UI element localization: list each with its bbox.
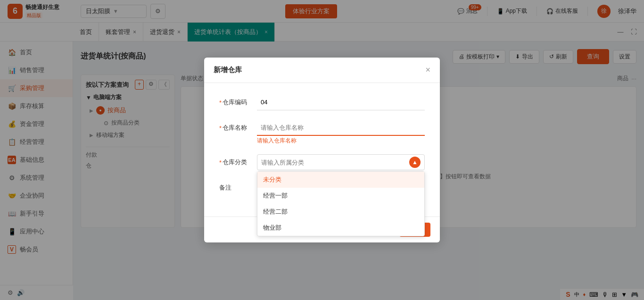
category-arrow-btn[interactable]: ▲ [409, 157, 421, 168]
category-label-text: 仓库分类 [223, 158, 247, 167]
name-input[interactable] [257, 120, 425, 136]
note-label-text: 备注 [219, 183, 231, 192]
code-label-text: 仓库编码 [223, 98, 247, 107]
dropdown-item-3[interactable]: 物业部 [257, 220, 424, 236]
category-required: * [219, 159, 222, 166]
category-input[interactable] [261, 155, 409, 170]
name-label-text: 仓库名称 [223, 124, 247, 132]
code-input[interactable] [257, 94, 425, 110]
name-label: * 仓库名称 [219, 120, 257, 132]
dropdown-item-0[interactable]: 未分类 [257, 172, 424, 188]
category-label: * 仓库分类 [219, 154, 257, 167]
new-warehouse-modal: 新增仓库 × * 仓库编码 * 仓库名称 [204, 58, 440, 242]
category-dropdown: 未分类 经营一部 经营二部 物业部 [257, 171, 425, 236]
form-row-code: * 仓库编码 [219, 94, 425, 110]
name-control: 请输入仓库名称 [257, 120, 425, 145]
dropdown-item-2[interactable]: 经营二部 [257, 204, 424, 220]
modal-body: * 仓库编码 * 仓库名称 请输入仓库名称 [204, 83, 440, 217]
category-select[interactable]: ▲ [257, 154, 425, 170]
modal-header: 新增仓库 × [204, 58, 440, 83]
name-required: * [219, 125, 222, 132]
form-row-category: * 仓库分类 ▲ 未分类 经营一部 经营二部 物业部 [219, 154, 425, 170]
code-label: * 仓库编码 [219, 94, 257, 107]
code-required: * [219, 99, 222, 106]
code-control [257, 94, 425, 110]
modal-title: 新增仓库 [214, 66, 242, 75]
name-error-msg: 请输入仓库名称 [257, 137, 425, 145]
dropdown-item-1[interactable]: 经营一部 [257, 188, 424, 204]
category-control: ▲ 未分类 经营一部 经营二部 物业部 [257, 154, 425, 170]
modal-overlay: 新增仓库 × * 仓库编码 * 仓库名称 [0, 0, 644, 300]
modal-close-btn[interactable]: × [425, 65, 430, 75]
form-row-name: * 仓库名称 请输入仓库名称 [219, 120, 425, 145]
note-label: 备注 [219, 180, 257, 192]
